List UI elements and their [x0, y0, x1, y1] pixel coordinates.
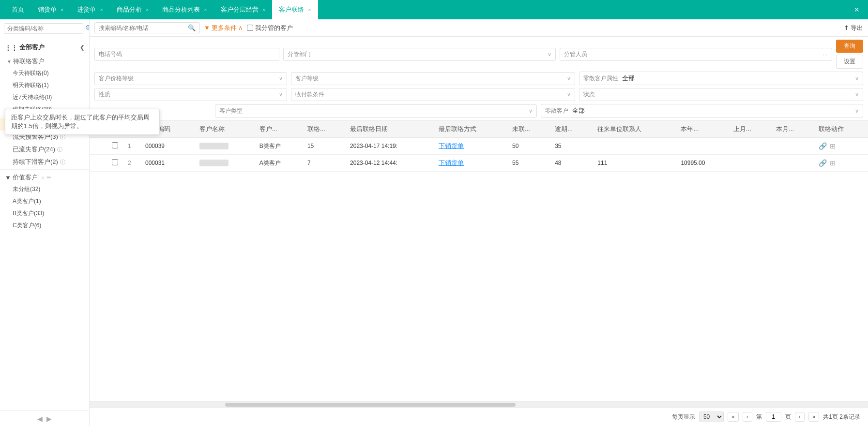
edit-icon[interactable]: ✏: [47, 175, 51, 181]
sidebar-item-today-pending[interactable]: 今天待联络(0): [0, 67, 89, 79]
export-button[interactable]: ⬆ 导出: [844, 24, 863, 32]
query-button[interactable]: 查询: [836, 40, 863, 53]
nav-tab-customer-layer-close[interactable]: ×: [262, 7, 265, 13]
manager-field[interactable]: 分管人员 ···: [560, 48, 832, 61]
sidebar-tree: ⋮⋮ 全部客户 ❮ ▼ 待联络客户 今天待联络(0) 明天待联络(1) 近7天待…: [0, 38, 89, 411]
row1-last-method[interactable]: 下销货单: [434, 138, 507, 155]
sidebar-collapse-button[interactable]: ◀: [37, 415, 43, 423]
sidebar-item-declining[interactable]: 持续下滑客户(2) ⓘ: [0, 156, 89, 168]
row1-method-link[interactable]: 下销货单: [439, 142, 464, 149]
col-uncontacted[interactable]: 未联...: [507, 121, 550, 138]
nav-tab-product-list-close[interactable]: ×: [204, 7, 207, 13]
nav-tab-customer-layer[interactable]: 客户分层经营 ×: [214, 0, 272, 19]
nav-tab-product-analysis[interactable]: 商品分析 ×: [110, 0, 155, 19]
col-last-contact-date[interactable]: 最后联络日期: [345, 121, 434, 138]
sidebar-root-all-customers[interactable]: ⋮⋮ 全部客户 ❮: [0, 40, 89, 55]
row2-link-icon[interactable]: 🔗: [819, 159, 827, 167]
gender-field[interactable]: 性质 ∨: [94, 88, 287, 101]
retail-attr-field[interactable]: 零散客户属性 全部 ∨: [579, 72, 863, 85]
nav-tab-home-label: 首页: [12, 5, 24, 14]
row2-grade: A类客户: [255, 155, 303, 172]
window-close-button[interactable]: ×: [850, 5, 863, 15]
customer-price-grade-field[interactable]: 客户价格等级 ∨: [94, 72, 287, 85]
adv-row-3: 性质 ∨ 收付款条件 ∨ 状态 ∨: [94, 88, 863, 101]
my-customer-checkbox[interactable]: [247, 25, 253, 31]
sidebar-item-a-class[interactable]: A类客户(1): [0, 195, 89, 207]
sidebar-item-ungroup[interactable]: 未分组(32): [0, 183, 89, 195]
col-unit-contact[interactable]: 往来单位联系人: [593, 121, 676, 138]
sidebar-item-churned[interactable]: 已流失客户(24) ⓘ: [0, 143, 89, 156]
per-page-label: 每页显示: [672, 413, 695, 421]
last-page-button[interactable]: »: [808, 412, 820, 422]
first-page-button[interactable]: «: [728, 412, 739, 422]
dept-field[interactable]: 分管部门 ∨: [283, 48, 556, 61]
sidebar-search-input[interactable]: [4, 23, 83, 34]
row2-this-month: [771, 155, 814, 172]
main-search-input[interactable]: [99, 25, 186, 31]
nav-tab-purchase-label: 进货单: [77, 5, 96, 14]
retail-customer-field[interactable]: 零散客户 全部 ∨: [541, 104, 863, 118]
manager-dots[interactable]: ···: [822, 51, 828, 58]
row2-select-checkbox[interactable]: [112, 159, 118, 165]
row1-name: [195, 138, 255, 155]
nav-tab-sales-close[interactable]: ×: [61, 7, 63, 13]
nav-tab-purchase[interactable]: 进货单 ×: [70, 0, 109, 19]
col-grade[interactable]: 客户...: [255, 121, 303, 138]
status-field[interactable]: 状态 ∨: [579, 88, 863, 101]
my-customer-filter[interactable]: 我分管的客户: [247, 24, 293, 32]
nav-tab-purchase-close[interactable]: ×: [100, 7, 103, 13]
customer-type-field[interactable]: 客户类型 ∨: [215, 104, 537, 118]
scrollbar-thumb[interactable]: [225, 403, 516, 407]
filter-icon: ▼: [204, 24, 210, 31]
sidebar-item-tomorrow-pending[interactable]: 明天待联络(1): [0, 79, 89, 91]
sidebar-item-c-class[interactable]: C类客户(6): [0, 220, 89, 232]
row1-checkbox[interactable]: [107, 138, 123, 155]
retail-customer-chevron: ∨: [855, 108, 859, 114]
horizontal-scrollbar[interactable]: [90, 401, 868, 407]
row2-qr-icon[interactable]: ⊞: [830, 159, 836, 167]
nav-tab-home[interactable]: 首页: [5, 0, 31, 19]
per-page-select[interactable]: 50 100: [699, 411, 724, 422]
sidebar-item-b-class[interactable]: B类客户(33): [0, 207, 89, 220]
col-this-year[interactable]: 本年...: [676, 121, 729, 138]
col-contact-count[interactable]: 联络...: [303, 121, 345, 138]
row1-select-checkbox[interactable]: [112, 142, 118, 148]
total-label: 共1页 2条记录: [823, 413, 860, 421]
payment-field[interactable]: 收付款条件 ∨: [291, 88, 575, 101]
sidebar-expand-button[interactable]: ▶: [46, 415, 52, 423]
nav-tab-sales[interactable]: 销货单 ×: [31, 0, 70, 19]
row2-last-method[interactable]: 下销货单: [434, 155, 507, 172]
col-overdue[interactable]: 逾期...: [550, 121, 593, 138]
row1-qr-icon[interactable]: ⊞: [830, 142, 836, 150]
col-last-month[interactable]: 上月...: [729, 121, 771, 138]
prev-page-button[interactable]: ‹: [743, 412, 752, 422]
declining-info-icon: ⓘ: [60, 159, 65, 166]
next-page-button[interactable]: ›: [795, 412, 805, 422]
sidebar-search-button[interactable]: 🔍: [85, 25, 90, 32]
nav-tab-product-list[interactable]: 商品分析列表 ×: [155, 0, 213, 19]
sidebar-group-pending[interactable]: ▼ 待联络客户: [0, 55, 89, 67]
row2-checkbox[interactable]: [107, 155, 123, 172]
manager-label: 分管人员: [564, 50, 587, 59]
nav-tab-product-analysis-label: 商品分析: [117, 5, 142, 14]
customer-grade-field[interactable]: 客户等级 ∨: [291, 72, 575, 85]
current-page-input[interactable]: [766, 412, 781, 422]
sidebar-item-7days-pending[interactable]: 近7天待联络(0): [0, 91, 89, 103]
nav-tab-product-analysis-close[interactable]: ×: [146, 7, 149, 13]
col-this-month[interactable]: 本月...: [771, 121, 814, 138]
phone-field[interactable]: 电话号码: [94, 48, 279, 61]
row2-method-link[interactable]: 下销货单: [439, 159, 464, 166]
sidebar-price-group-header[interactable]: ▼ 价值客户 ○ ✏: [0, 171, 89, 183]
row1-code[interactable]: 000039: [140, 138, 195, 155]
dept-chevron: ∨: [548, 51, 551, 58]
more-conditions-button[interactable]: ▼ 更多条件 ∧: [204, 24, 243, 32]
row1-link-icon[interactable]: 🔗: [819, 142, 827, 150]
row2-code[interactable]: 000031: [140, 155, 195, 172]
payment-chevron: ∨: [567, 91, 571, 98]
col-last-contact-method[interactable]: 最后联络方式: [434, 121, 507, 138]
nav-tab-customer-contact-close[interactable]: ×: [308, 7, 311, 13]
nav-tab-customer-contact[interactable]: 客户联络 ×: [272, 0, 318, 19]
settings-button[interactable]: 设置: [836, 55, 863, 69]
col-customer-name[interactable]: 客户名称: [195, 121, 255, 138]
filter-bar: 🔍 ▼ 更多条件 ∧ 我分管的客户 ⬆ 导出: [90, 19, 868, 37]
